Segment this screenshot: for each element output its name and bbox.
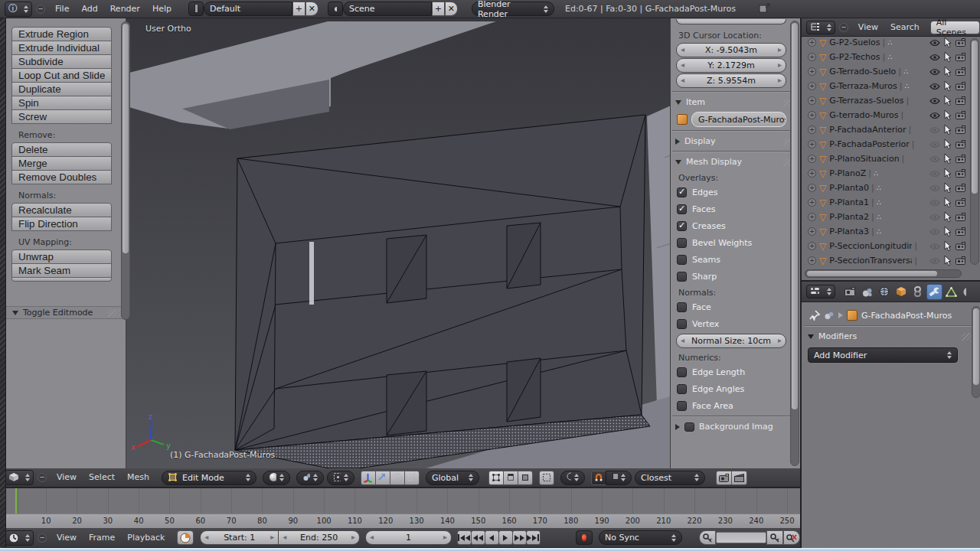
checkbox-row[interactable]: Creases: [677, 219, 800, 233]
opengl-render-anim-button[interactable]: [731, 471, 747, 485]
checkbox[interactable]: [677, 255, 687, 265]
timeline-track[interactable]: [0, 487, 800, 514]
display-panel-header[interactable]: Display: [671, 135, 800, 148]
manipulator-translate-toggle[interactable]: [375, 471, 390, 485]
outliner-item-row[interactable]: + ▽ P-Planta2 | ∴: [803, 210, 969, 224]
tab-constraints[interactable]: [910, 284, 926, 300]
outliner-item-row[interactable]: + ▽ G-P2-Suelos | ∴: [803, 35, 969, 50]
object-name[interactable]: P-Planta3: [829, 227, 869, 236]
scene-name[interactable]: Scene: [343, 2, 432, 16]
tool-button[interactable]: Mark Seam: [11, 263, 112, 278]
cursor-value-slider[interactable]: ◂Y: 2.1729m▸: [676, 58, 786, 73]
selectability-cursor-icon[interactable]: [944, 256, 952, 266]
snap-toggle-button[interactable]: [591, 471, 606, 485]
checkbox[interactable]: [677, 221, 687, 231]
vertex-select-mode-button[interactable]: [488, 471, 504, 485]
expand-icon[interactable]: +: [808, 82, 816, 90]
checkbox-row[interactable]: Bevel Weights: [677, 236, 800, 249]
tab-clipped[interactable]: [960, 284, 966, 300]
outliner-item-row[interactable]: + ▽ P-PlanoZ | ∴: [803, 166, 969, 181]
manipulator-scale-toggle[interactable]: [404, 471, 420, 485]
checkbox[interactable]: [677, 187, 687, 197]
outliner-item-row[interactable]: + ▽ G-Terrazas-Suelos | ∴: [803, 93, 969, 108]
timeline-ruler[interactable]: 1020304050607080901001101201301401501601…: [0, 514, 800, 528]
outliner-item-row[interactable]: + ▽ P-SeccionLongitudin | ∴: [803, 239, 969, 253]
jump-to-start-button[interactable]: [457, 530, 472, 545]
visibility-eye-icon[interactable]: [929, 83, 940, 90]
object-name[interactable]: P-SeccionLongitudin: [829, 241, 912, 251]
outliner-item-row[interactable]: + ▽ G-P2-Techos | ∴: [803, 50, 969, 64]
renderability-camera-icon[interactable]: [956, 82, 966, 90]
normal-size-slider[interactable]: ◂Normal Size: 10cm▸: [676, 334, 786, 348]
visibility-eye-icon[interactable]: [929, 257, 940, 265]
visibility-eye-icon[interactable]: [929, 112, 940, 119]
renderability-camera-icon[interactable]: [956, 213, 966, 221]
sync-mode-select[interactable]: No Sync: [599, 530, 682, 545]
renderability-camera-icon[interactable]: [956, 126, 966, 134]
checkbox[interactable]: [677, 302, 687, 312]
display-filter-select[interactable]: All Scenes: [930, 21, 980, 34]
outliner-item-row[interactable]: + ▽ P-FachadaAnterior | ∴: [803, 122, 969, 137]
next-keyframe-button[interactable]: [512, 530, 527, 545]
selectability-cursor-icon[interactable]: [944, 37, 952, 47]
tool-button[interactable]: Loop Cut and Slide: [11, 68, 112, 83]
visibility-eye-icon[interactable]: [929, 199, 940, 207]
menu-item[interactable]: Render: [104, 0, 146, 18]
renderability-camera-icon[interactable]: [956, 53, 966, 61]
renderability-camera-icon[interactable]: [956, 198, 966, 207]
renderability-camera-icon[interactable]: [956, 256, 966, 265]
clipped-tool-button[interactable]: [11, 277, 112, 282]
visibility-eye-icon[interactable]: [929, 243, 940, 250]
outliner-item-row[interactable]: + ▽ P-Planta3 | ∴: [803, 224, 969, 239]
checkbox[interactable]: [677, 204, 687, 214]
tool-button[interactable]: Subdivide: [11, 54, 112, 69]
visibility-eye-icon[interactable]: [929, 39, 940, 47]
selectability-cursor-icon[interactable]: [944, 197, 952, 207]
pivot-point-select[interactable]: [296, 471, 324, 485]
selectability-cursor-icon[interactable]: [944, 67, 952, 77]
close-scene-button[interactable]: ✕: [445, 2, 458, 16]
object-name[interactable]: P-SeccionTransversa: [829, 256, 912, 266]
editor-type-outliner-button[interactable]: [806, 21, 835, 34]
visibility-eye-icon[interactable]: [929, 54, 940, 61]
add-modifier-button[interactable]: Add Modifier: [808, 347, 958, 363]
cursor-value-slider[interactable]: ◂Z: 5.9554m▸: [676, 73, 786, 88]
expand-icon[interactable]: +: [808, 213, 816, 221]
selectability-cursor-icon[interactable]: [944, 183, 952, 193]
screen-layout-icon-button[interactable]: [188, 2, 204, 16]
delete-keyframe-button[interactable]: [783, 530, 800, 545]
checkbox[interactable]: [677, 384, 687, 394]
visibility-eye-icon[interactable]: [929, 214, 940, 221]
selectability-cursor-icon[interactable]: [944, 81, 952, 91]
outliner-item-row[interactable]: + ▽ P-SeccionTransversa | ∴: [803, 253, 969, 268]
toggle-editmode-panel-header[interactable]: Toggle Editmode: [6, 306, 126, 319]
visibility-eye-icon[interactable]: [929, 228, 940, 236]
menu-item[interactable]: View: [852, 18, 884, 37]
add-scene-button[interactable]: +: [432, 2, 445, 16]
window-duplicate-icon[interactable]: [759, 2, 771, 15]
n-panel-scrollbar[interactable]: [790, 21, 799, 466]
mode-select[interactable]: Edit Mode: [162, 471, 256, 485]
expand-icon[interactable]: +: [808, 38, 816, 47]
renderability-camera-icon[interactable]: [956, 169, 966, 178]
renderability-camera-icon[interactable]: [956, 155, 966, 163]
menu-item[interactable]: File: [49, 0, 75, 18]
frame-end-field[interactable]: ◂End: 250▸: [278, 530, 360, 545]
scrollbar-thumb[interactable]: [972, 41, 978, 194]
add-layout-button[interactable]: +: [292, 2, 305, 16]
object-name[interactable]: G-Terrado-Suelo: [829, 67, 896, 77]
tool-button[interactable]: Remove Doubles: [11, 170, 112, 184]
selectability-cursor-icon[interactable]: [944, 96, 952, 106]
play-reverse-button[interactable]: [485, 530, 499, 545]
expand-icon[interactable]: +: [808, 111, 816, 119]
menu-item[interactable]: Playback: [121, 529, 171, 547]
object-name[interactable]: P-FachadaPosterior: [829, 139, 910, 149]
tool-button[interactable]: Extrude Region: [11, 27, 112, 41]
tab-object[interactable]: [893, 284, 909, 300]
checkbox-row[interactable]: Vertex: [677, 317, 800, 331]
object-name[interactable]: P-Planta0: [829, 183, 869, 193]
current-frame-field[interactable]: ◂1▸: [365, 530, 452, 545]
tab-render[interactable]: [842, 284, 858, 300]
checkbox[interactable]: [677, 401, 687, 411]
outliner-item-row[interactable]: + ▽ G-Terraza-Muros | ∴: [803, 79, 969, 93]
